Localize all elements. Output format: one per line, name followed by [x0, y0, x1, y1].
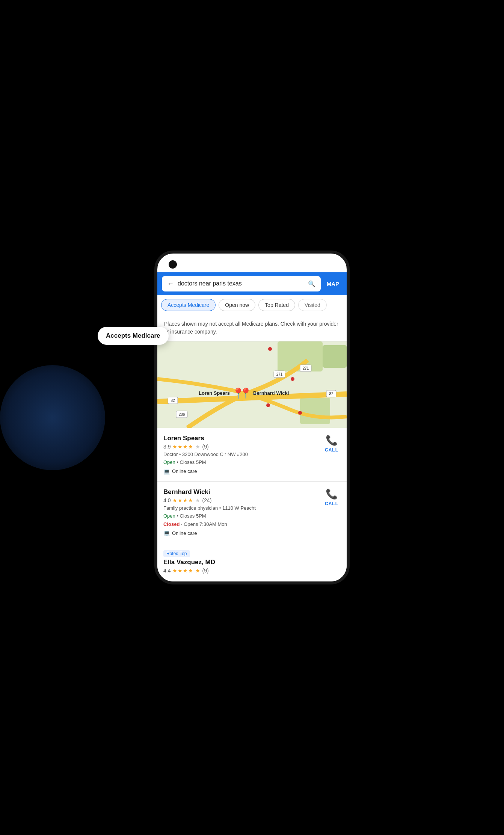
review-count-ella: (9) [202, 568, 208, 574]
svg-text:82: 82 [329, 392, 333, 396]
svg-text:📍: 📍 [239, 387, 252, 400]
map-button[interactable]: MAP [324, 281, 342, 287]
filter-chip-open-now[interactable]: Open now [219, 299, 255, 311]
call-button-bernhard[interactable]: 📞 CALL [323, 488, 341, 506]
search-bar: ← doctors near paris texas 🔍 MAP [157, 272, 347, 295]
stars-loren: ★★★★ [172, 444, 193, 450]
online-care-loren: 💻 Online care [163, 468, 319, 474]
result-closed-note-bernhard: Closed · Opens 7:30AM Mon [163, 521, 319, 528]
svg-rect-2 [323, 345, 347, 368]
svg-text:271: 271 [303, 366, 309, 370]
stars-bernhard: ★★★★ [172, 497, 193, 503]
rating-row-bernhard: 4.0 ★★★★★ (24) [163, 497, 319, 503]
stars-ella: ★★★★ [172, 568, 193, 574]
call-label-bernhard: CALL [325, 501, 338, 506]
filter-chip-visited[interactable]: Visited [298, 299, 327, 311]
medicare-notice: Places shown may not accept all Medicare… [157, 315, 347, 341]
svg-text:271: 271 [276, 372, 283, 376]
search-box[interactable]: ← doctors near paris texas 🔍 [162, 276, 321, 291]
rating-number-ella: 4.4 [163, 568, 171, 574]
call-label-loren: CALL [325, 447, 338, 453]
rating-row-ella: 4.4 ★★★★★ (9) [163, 568, 341, 574]
svg-point-18 [291, 377, 294, 381]
online-care-icon-loren: 💻 [163, 468, 170, 474]
rating-row-loren: 3.9 ★★★★★ (9) [163, 444, 319, 450]
rated-top-badge: Rated Top [163, 550, 190, 557]
result-name-bernhard: Bernhard Wicki [163, 488, 319, 496]
search-icon[interactable]: 🔍 [308, 280, 315, 287]
call-phone-icon-loren: 📞 [326, 435, 338, 446]
svg-point-20 [298, 411, 302, 415]
map-area[interactable]: 82 271 271 286 82 📍 📍 Loren Spears [157, 341, 347, 428]
svg-text:Loren Spears: Loren Spears [199, 390, 230, 396]
svg-rect-3 [300, 398, 330, 424]
result-name-ella: Ella Vazquez, MD [163, 559, 341, 566]
phone-frame: ← doctors near paris texas 🔍 MAP Accepts… [154, 251, 350, 585]
result-status-bernhard: Open • Closes 5PM [163, 512, 319, 520]
tooltip-label: Accepts Medicare [106, 332, 160, 339]
result-item-loren-spears[interactable]: Loren Spears 3.9 ★★★★★ (9) Doctor • 3200… [157, 428, 347, 482]
result-item-ella-vazquez[interactable]: Rated Top Ella Vazquez, MD 4.4 ★★★★★ (9) [157, 543, 347, 581]
medicare-tooltip[interactable]: Accepts Medicare [98, 327, 169, 345]
call-phone-icon-bernhard: 📞 [326, 488, 338, 500]
result-status-loren: Open • Closes 5PM [163, 459, 319, 466]
rating-number-loren: 3.9 [163, 444, 171, 450]
online-care-bernhard: 💻 Online care [163, 530, 319, 536]
svg-text:Bernhard Wicki: Bernhard Wicki [253, 390, 289, 396]
result-info-loren: Loren Spears 3.9 ★★★★★ (9) Doctor • 3200… [163, 435, 319, 474]
result-type-address-loren: Doctor • 3200 Downwood Cir NW #200 [163, 451, 319, 458]
back-arrow-icon[interactable]: ← [167, 280, 174, 288]
result-info-bernhard: Bernhard Wicki 4.0 ★★★★★ (24) Family pra… [163, 488, 319, 536]
svg-text:286: 286 [179, 412, 185, 417]
scene: Accepts Medicare ← doctors near paris te… [0, 0, 504, 835]
results-list: Loren Spears 3.9 ★★★★★ (9) Doctor • 3200… [157, 428, 347, 582]
review-count-bernhard: (24) [202, 497, 211, 503]
filter-row: Accepts Medicare Open now Top Rated Visi… [157, 295, 347, 315]
call-button-loren[interactable]: 📞 CALL [323, 435, 341, 453]
result-info-ella: Rated Top Ella Vazquez, MD 4.4 ★★★★★ (9) [163, 550, 341, 575]
result-name-loren: Loren Spears [163, 435, 319, 442]
rating-number-bernhard: 4.0 [163, 497, 171, 503]
svg-text:82: 82 [171, 399, 175, 403]
online-care-icon-bernhard: 💻 [163, 530, 170, 536]
svg-point-17 [268, 347, 272, 351]
filter-chip-medicare[interactable]: Accepts Medicare [161, 299, 216, 311]
filter-chip-top-rated[interactable]: Top Rated [258, 299, 295, 311]
background-blob [0, 365, 105, 470]
search-query: doctors near paris texas [178, 280, 304, 287]
review-count-loren: (9) [202, 444, 208, 450]
result-item-bernhard-wicki[interactable]: Bernhard Wicki 4.0 ★★★★★ (24) Family pra… [157, 482, 347, 544]
camera-dot [169, 260, 177, 269]
svg-point-19 [266, 403, 270, 407]
result-type-bernhard: Family practice physician • 1110 W Peach… [163, 504, 319, 512]
